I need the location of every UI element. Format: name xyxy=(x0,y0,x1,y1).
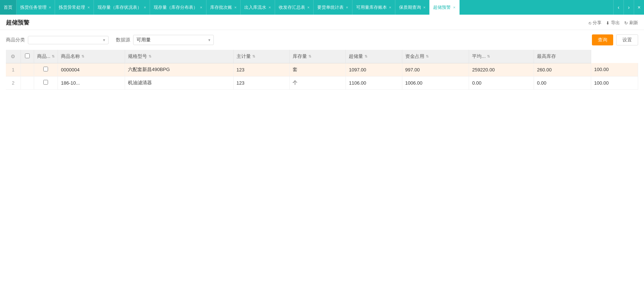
cell-product-code: 0000004 xyxy=(58,63,125,76)
col-label-product-name: 商品名称 xyxy=(61,53,80,60)
datasource-select[interactable]: 可用量 ▾ xyxy=(133,35,214,45)
refresh-icon: ↻ xyxy=(624,21,628,26)
col-header-settings[interactable]: ⚙ xyxy=(6,50,21,63)
category-label: 商品分类 xyxy=(6,37,25,43)
cell-stock: 1106.00 xyxy=(346,76,402,89)
category-filter-group: 商品分类 ▾ xyxy=(6,36,109,44)
table-row: 2 186-10... 机油滤清器 123 个 1106.00 1006.00 … xyxy=(6,76,638,89)
tab-pick-exception[interactable]: 拣货异常处理 × xyxy=(55,0,94,15)
close-icon[interactable]: × xyxy=(453,5,455,10)
tab-order-stat[interactable]: 要货单统计表 × xyxy=(314,0,352,15)
cell-max-stock: 100.00 xyxy=(591,63,638,76)
close-icon[interactable]: × xyxy=(234,5,237,10)
tab-overstock-warning[interactable]: 超储预警 × xyxy=(429,0,459,15)
settings-button[interactable]: 设置 xyxy=(616,34,638,45)
data-table: ⚙ 商品... ⇅ 商品名称 ⇅ xyxy=(6,50,638,90)
share-icon: ⎋ xyxy=(589,21,591,26)
col-header-capital[interactable]: 资金占用 ⇅ xyxy=(402,50,469,63)
col-label-product-code: 商品... xyxy=(37,53,51,60)
close-icon[interactable]: × xyxy=(200,5,202,10)
cell-unit: 套 xyxy=(290,63,346,76)
col-header-avg[interactable]: 平均... ⇅ xyxy=(469,50,534,63)
col-header-max-stock[interactable]: 最高库存 xyxy=(534,50,591,63)
nav-right-arrow[interactable]: › xyxy=(623,0,634,15)
cell-product-code: 186-10... xyxy=(58,76,125,89)
tab-in-out-flow[interactable]: 出入库流水 × xyxy=(241,0,275,15)
row-checkbox[interactable] xyxy=(43,80,48,85)
cell-avg: 260.00 xyxy=(534,63,591,76)
sort-icon: ⇅ xyxy=(426,54,429,58)
close-icon[interactable]: × xyxy=(144,5,146,10)
cell-capital: 259220.00 xyxy=(469,63,534,76)
nav-close-arrow[interactable]: × xyxy=(634,0,644,15)
col-header-product-name[interactable]: 商品名称 ⇅ xyxy=(58,50,125,63)
cell-overstock: 1006.00 xyxy=(402,76,469,89)
row-index xyxy=(34,63,58,76)
sort-icon: ⇅ xyxy=(365,54,367,58)
filter-actions: 查询 设置 xyxy=(592,34,638,45)
sort-icon: ⇅ xyxy=(81,54,84,58)
close-icon[interactable]: × xyxy=(268,5,271,10)
tab-quality-period[interactable]: 保质期查询 × xyxy=(395,0,429,15)
chevron-down-icon: ▾ xyxy=(103,38,105,42)
share-button[interactable]: ⎋ 分享 xyxy=(589,20,601,26)
tab-stock-dist[interactable]: 现存量（库存分布表） × xyxy=(150,0,206,15)
row-checkbox[interactable] xyxy=(43,67,48,71)
tab-recv-send-summary[interactable]: 收发存汇总表 × xyxy=(275,0,314,15)
close-icon[interactable]: × xyxy=(423,5,425,10)
refresh-button[interactable]: ↻ 刷新 xyxy=(624,20,638,26)
close-icon[interactable]: × xyxy=(49,5,51,10)
cell-spec: 123 xyxy=(233,76,289,89)
row-settings xyxy=(21,76,34,89)
col-header-spec[interactable]: 规格型号 ⇅ xyxy=(125,50,234,63)
cell-product-name: 机油滤清器 xyxy=(125,76,234,89)
tab-pick-task[interactable]: 拣货任务管理 × xyxy=(17,0,55,15)
close-icon[interactable]: × xyxy=(87,5,89,10)
tab-stock-batch[interactable]: 库存批次账 × xyxy=(206,0,241,15)
row-number: 2 xyxy=(6,76,21,89)
cell-product-name: 六配套新昌490BPG xyxy=(125,63,234,76)
sort-icon: ⇅ xyxy=(308,54,311,58)
header-actions: ⎋ 分享 ⬇ 导出 ↻ 刷新 xyxy=(589,20,638,26)
gear-icon[interactable]: ⚙ xyxy=(11,53,15,59)
cell-unit: 个 xyxy=(290,76,346,89)
col-header-stock[interactable]: 库存量 ⇅ xyxy=(290,50,346,63)
sort-icon: ⇅ xyxy=(252,54,255,58)
close-icon[interactable]: × xyxy=(307,5,310,10)
chevron-down-icon: ▾ xyxy=(208,38,211,42)
table-row: 1 0000004 六配套新昌490BPG 123 套 1097.00 997.… xyxy=(6,63,638,76)
datasource-label: 数据源 xyxy=(116,37,130,43)
top-navigation: 首页 拣货任务管理 × 拣货异常处理 × 现存量（库存状况表） × 现存量（库存… xyxy=(0,0,644,15)
sort-icon: ⇅ xyxy=(149,54,151,58)
close-icon[interactable]: × xyxy=(389,5,391,10)
query-button[interactable]: 查询 xyxy=(592,34,613,45)
row-settings xyxy=(21,63,34,76)
category-select[interactable]: ▾ xyxy=(28,36,109,44)
cell-avg: 0.00 xyxy=(534,76,591,89)
nav-left-arrow[interactable]: ‹ xyxy=(613,0,623,15)
cell-max-stock: 100.00 xyxy=(591,76,638,89)
export-icon: ⬇ xyxy=(606,21,610,26)
col-label-spec: 规格型号 xyxy=(128,53,147,60)
close-icon[interactable]: × xyxy=(346,5,348,10)
col-header-product-code[interactable]: 商品... ⇅ xyxy=(34,50,58,63)
select-all-checkbox[interactable] xyxy=(25,53,30,58)
row-number: 1 xyxy=(6,63,21,76)
tab-available-stock[interactable]: 可用量库存账本 × xyxy=(352,0,395,15)
cell-capital: 0.00 xyxy=(469,76,534,89)
col-label-stock: 库存量 xyxy=(293,53,307,60)
table-body: 1 0000004 六配套新昌490BPG 123 套 1097.00 997.… xyxy=(6,63,638,89)
col-header-overstock[interactable]: 超储量 ⇅ xyxy=(346,50,402,63)
page-content: 超储预警 ⎋ 分享 ⬇ 导出 ↻ 刷新 商品分类 ▾ 数据源 xyxy=(0,15,644,293)
col-label-unit: 主计量 xyxy=(237,53,251,60)
nav-arrows: ‹ › × xyxy=(613,0,644,15)
col-label-max-stock: 最高库存 xyxy=(537,53,556,60)
tab-home[interactable]: 首页 xyxy=(0,0,17,15)
table-container: ⚙ 商品... ⇅ 商品名称 ⇅ xyxy=(0,50,644,90)
col-header-unit[interactable]: 主计量 ⇅ xyxy=(233,50,289,63)
export-button[interactable]: ⬇ 导出 xyxy=(606,20,620,26)
tab-stock-status[interactable]: 现存量（库存状况表） × xyxy=(94,0,150,15)
col-header-checkbox[interactable] xyxy=(21,50,34,63)
cell-overstock: 997.00 xyxy=(402,63,469,76)
cell-spec: 123 xyxy=(233,63,289,76)
